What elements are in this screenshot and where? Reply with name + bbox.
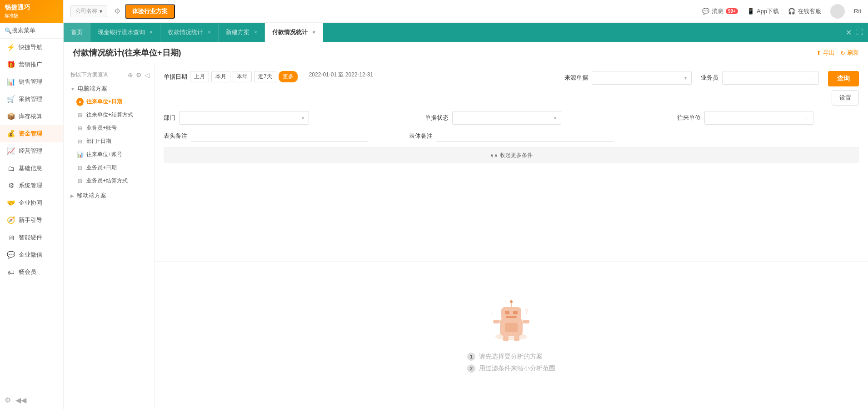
query-button[interactable]: 查询 xyxy=(828,71,859,86)
refresh-button[interactable]: ↻ 刷新 xyxy=(840,49,859,57)
company-selector[interactable]: 公司名称 ▾ xyxy=(70,5,107,17)
sidebar-item-purchase[interactable]: 🛒 采购管理 xyxy=(0,91,63,108)
sidebar-item-hardware[interactable]: 🖥 智能硬件 xyxy=(0,229,63,246)
source-doc-select[interactable]: ▾ xyxy=(592,71,692,85)
staff-filter: 业务员 ··· xyxy=(701,71,819,85)
scheme-item-unit-settle[interactable]: ⊞ 往来单位+结算方式 xyxy=(64,108,154,121)
collapse-sidebar-icon[interactable]: ◀◀ xyxy=(15,396,26,404)
table-icon-4: ⊞ xyxy=(76,164,84,172)
app-logo: 畅捷通巧 标准版 xyxy=(0,0,63,23)
scheme-item-unit-date[interactable]: ● 往来单位+日期 xyxy=(64,95,154,108)
add-scheme-icon[interactable]: ⊕ xyxy=(128,71,133,79)
settings-icon[interactable]: ⚙ xyxy=(114,7,120,15)
filter-row-1: 单据日期 上月 本月 本年 近7天 更多 2022-01-01 至 2022-1… xyxy=(164,71,859,106)
right-area: 单据日期 上月 本月 本年 近7天 更多 2022-01-01 至 2022-1… xyxy=(155,64,868,409)
svg-text:?: ? xyxy=(525,308,529,315)
receipt-stats-close-icon[interactable]: × xyxy=(208,29,211,35)
dept-filter: 部门 ▾ xyxy=(164,111,309,125)
dept-select[interactable]: ▾ xyxy=(179,111,309,125)
export-icon: ⬆ xyxy=(816,50,821,56)
sidebar-item-marketing[interactable]: 🎁 营销推广 xyxy=(0,56,63,73)
svg-text:?: ? xyxy=(491,312,494,317)
query-btn-group: 查询 设置 xyxy=(828,71,859,106)
scheme-item-unit-account[interactable]: 📊 往来单位+账号 xyxy=(64,148,154,161)
page-actions: ⬆ 导出 ↻ 刷新 xyxy=(816,49,859,57)
chart-icon: 📊 xyxy=(76,151,84,158)
mobile-scheme-group: ▶ 移动端方案 xyxy=(64,189,154,202)
related-unit-filter: 往来单位 ··· xyxy=(677,111,813,125)
collapse-panel-icon[interactable]: ◁ xyxy=(145,71,150,79)
sidebar-item-quick-nav[interactable]: ⚡ 快捷导航 xyxy=(0,39,63,56)
phone-icon: 📱 xyxy=(747,8,754,15)
scheme-item-staff-settle[interactable]: ⊞ 业务员+结算方式 xyxy=(64,174,154,187)
active-scheme-dot: ● xyxy=(76,98,84,106)
this-month-btn[interactable]: 本月 xyxy=(211,71,230,82)
sidebar-item-system[interactable]: ⚙ 系统管理 xyxy=(0,177,63,194)
tab-bank-flow[interactable]: 现金银行流水查询 × xyxy=(90,23,160,42)
sidebar-item-member[interactable]: 🏷 畅会员 xyxy=(0,263,63,281)
setting-button[interactable]: 设置 xyxy=(832,90,859,106)
more-date-btn[interactable]: 更多 xyxy=(279,71,298,82)
body-note-input[interactable] xyxy=(436,130,614,142)
scheme-item-staff-date[interactable]: ⊞ 业务员+日期 xyxy=(64,161,154,174)
trial-button[interactable]: 体验行业方案 xyxy=(125,4,175,19)
search-menu[interactable]: 🔍 搜索菜单 xyxy=(0,23,63,39)
finance-icon: 💰 xyxy=(7,130,15,138)
desktop-group-title[interactable]: ▼ 电脑端方案 xyxy=(64,82,154,95)
sidebar-item-inventory[interactable]: 📦 库存核算 xyxy=(0,108,63,125)
scheme-item-dept-date[interactable]: ⊞ 部门+日期 xyxy=(64,135,154,148)
svg-rect-5 xyxy=(506,316,517,318)
tab-home[interactable]: 首页 xyxy=(64,23,90,42)
sidebar-item-finance[interactable]: 💰 资金管理 xyxy=(0,125,63,142)
staff-select[interactable]: ··· xyxy=(722,71,819,85)
tab-payment-stats[interactable]: 付款情况统计 × xyxy=(265,23,323,42)
last-7days-btn[interactable]: 近7天 xyxy=(254,71,276,82)
left-panel-header: 按以下方案查询 ⊕ ⚙ ◁ xyxy=(64,69,154,82)
empty-hint-2: 2 用过滤条件来缩小分析范围 xyxy=(467,364,555,373)
inventory-icon: 📦 xyxy=(7,112,15,121)
new-scheme-close-icon[interactable]: × xyxy=(254,29,257,35)
tab-receipt-stats[interactable]: 收款情况统计 × xyxy=(160,23,219,42)
svg-rect-9 xyxy=(523,320,529,323)
sidebar-item-wechat[interactable]: 💬 企业微信 xyxy=(0,246,63,263)
svg-rect-12 xyxy=(505,323,518,332)
app-download-button[interactable]: 📱 App下载 xyxy=(747,7,779,15)
online-service-button[interactable]: 🎧 在线客服 xyxy=(788,7,821,15)
mobile-group-title[interactable]: ▶ 移动端方案 xyxy=(64,189,154,202)
sidebar-item-sales[interactable]: 📊 销售管理 xyxy=(0,73,63,91)
sidebar-item-operations[interactable]: 📈 经营管理 xyxy=(0,142,63,160)
scheme-item-staff-account[interactable]: ⊞ 业务员+账号 xyxy=(64,121,154,135)
this-year-btn[interactable]: 本年 xyxy=(233,71,252,82)
purchase-icon: 🛒 xyxy=(7,95,15,103)
app-name: 畅捷通巧 xyxy=(5,4,30,12)
related-unit-select[interactable]: ··· xyxy=(704,111,813,125)
sidebar-item-basics[interactable]: 🗂 基础信息 xyxy=(0,160,63,177)
company-name: 公司名称 xyxy=(75,7,97,15)
filter-panel: 单据日期 上月 本月 本年 近7天 更多 2022-01-01 至 2022-1… xyxy=(155,64,868,261)
maximize-tab-icon[interactable]: ⛶ xyxy=(856,28,863,36)
settings-bottom-icon[interactable]: ⚙ xyxy=(5,396,11,404)
header-note-input[interactable] xyxy=(191,130,368,142)
svg-rect-4 xyxy=(513,311,518,314)
close-tab-icon[interactable]: ✕ xyxy=(846,28,852,37)
main-content: 付款情况统计(往来单位+日期) ⬆ 导出 ↻ 刷新 按以下方案查询 ⊕ ⚙ ◁ xyxy=(64,42,868,409)
user-avatar[interactable] xyxy=(830,4,845,19)
wechat-icon: 💬 xyxy=(7,251,15,259)
scheme-settings-icon[interactable]: ⚙ xyxy=(136,71,142,79)
sidebar-item-enterprise[interactable]: 🤝 企业协同 xyxy=(0,194,63,212)
doc-status-select[interactable]: ▾ xyxy=(452,111,561,125)
payment-stats-tab-label: 付款情况统计 xyxy=(272,28,308,36)
last-month-btn[interactable]: 上月 xyxy=(190,71,209,82)
search-icon: 🔍 xyxy=(5,27,12,34)
message-button[interactable]: 💬 消息 99+ xyxy=(702,7,738,15)
empty-state: ? ? 1 请先选择要分析的方案 2 用过滤条件来缩小分析范围 xyxy=(155,262,868,409)
dept-arrow: ▾ xyxy=(302,116,304,121)
tab-new-scheme[interactable]: 新建方案 × xyxy=(219,23,265,42)
collapse-filter-btn[interactable]: ∧∧ 收起更多条件 xyxy=(164,147,859,163)
svg-rect-3 xyxy=(505,311,509,314)
payment-stats-close-icon[interactable]: × xyxy=(312,29,315,35)
bank-flow-close-icon[interactable]: × xyxy=(150,29,153,35)
sidebar-item-guide[interactable]: 🧭 新手引导 xyxy=(0,212,63,229)
export-button[interactable]: ⬆ 导出 xyxy=(816,49,835,57)
svg-rect-8 xyxy=(493,320,500,323)
